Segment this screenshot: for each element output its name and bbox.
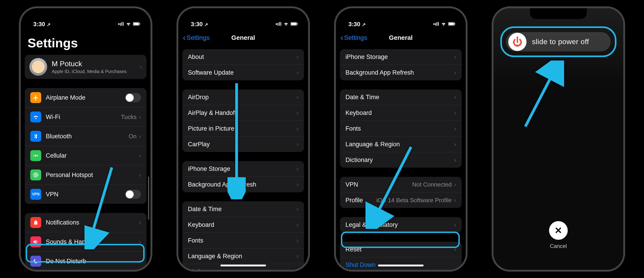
home-indicator[interactable]: [220, 265, 266, 267]
chevron-right-icon: ›: [296, 253, 298, 260]
chevron-right-icon: ›: [139, 219, 141, 226]
chevron-right-icon: ›: [296, 53, 298, 60]
settings-row[interactable]: iPhone Storage›: [340, 49, 462, 65]
settings-row[interactable]: ProfileiOS 14 Beta Software Profile›: [340, 193, 462, 208]
toggle-switch[interactable]: [125, 190, 141, 199]
settings-row[interactable]: BluetoothOn›: [25, 127, 146, 146]
settings-row[interactable]: Sounds & Haptics›: [25, 232, 146, 252]
phone-frame-3: 3:30 ↗ •ıll ‹ Settings General iPhone St…: [334, 6, 468, 272]
row-label: Fonts: [188, 237, 296, 244]
settings-row[interactable]: Personal Hotspot›: [25, 165, 146, 185]
chevron-right-icon: ›: [454, 69, 456, 76]
settings-row[interactable]: Keyboard›: [340, 105, 462, 121]
nav-title: General: [231, 34, 255, 41]
settings-row[interactable]: Fonts›: [340, 121, 462, 136]
chevron-right-icon: ›: [454, 181, 456, 188]
settings-row[interactable]: Keyboard›: [182, 217, 304, 233]
chevron-right-icon: ›: [454, 109, 456, 116]
phone-frame-1: 3:30 ↗ •ıll Settings M Potuck Apple ID, …: [19, 6, 152, 272]
settings-row[interactable]: Software Update›: [182, 65, 304, 80]
row-icon: [30, 170, 41, 180]
row-label: About: [188, 53, 296, 60]
settings-row[interactable]: Language & Region›: [340, 136, 462, 152]
slider-knob[interactable]: ⏻: [508, 33, 526, 51]
scroll-indicator[interactable]: [148, 177, 149, 220]
settings-row[interactable]: Dictionary›: [340, 152, 462, 168]
row-label: Airplane Mode: [46, 94, 125, 101]
settings-group: Date & Time›Keyboard›Fonts›Language & Re…: [182, 201, 304, 270]
nav-bar: ‹ Settings General: [178, 31, 308, 45]
settings-row[interactable]: Notifications›: [25, 213, 146, 232]
chevron-right-icon: ›: [139, 133, 141, 140]
settings-row[interactable]: About›: [182, 49, 304, 65]
settings-row[interactable]: Picture in Picture›: [182, 121, 304, 136]
settings-row[interactable]: Fonts›: [182, 233, 304, 249]
chevron-right-icon: ›: [296, 181, 298, 188]
home-indicator[interactable]: [378, 265, 424, 267]
row-label: Cellular: [46, 152, 139, 159]
row-label: CarPlay: [188, 141, 296, 148]
settings-row[interactable]: Legal & Regulatory›: [340, 217, 462, 233]
settings-row[interactable]: AirDrop›: [182, 89, 304, 105]
back-chevron-icon[interactable]: ‹: [183, 33, 186, 42]
shut-down-button[interactable]: Shut Down: [340, 257, 462, 270]
chevron-right-icon: ›: [454, 125, 456, 132]
settings-row[interactable]: Cellular›: [25, 146, 146, 165]
row-icon: [30, 256, 41, 267]
row-label: Wi-Fi: [46, 113, 121, 121]
row-value: Not Connected: [412, 181, 452, 188]
settings-row[interactable]: VPNVPN: [25, 185, 146, 204]
settings-row[interactable]: Background App Refresh›: [340, 65, 462, 80]
settings-row[interactable]: Background App Refresh›: [182, 177, 304, 192]
back-button[interactable]: Settings: [344, 34, 367, 41]
settings-row[interactable]: Wi-FiTucks›: [25, 107, 146, 127]
row-label: Picture in Picture: [188, 125, 296, 132]
svg-rect-17: [448, 23, 454, 25]
settings-row[interactable]: CarPlay›: [182, 136, 304, 152]
settings-row[interactable]: Do Not Disturb›: [25, 252, 146, 270]
chevron-right-icon: ›: [454, 156, 456, 164]
chevron-right-icon: ›: [296, 165, 298, 172]
back-button[interactable]: Settings: [186, 34, 210, 41]
back-chevron-icon[interactable]: ‹: [340, 33, 343, 42]
settings-row[interactable]: Date & Time›: [340, 89, 462, 105]
settings-row[interactable]: iPhone Storage›: [182, 161, 304, 177]
power-off-screen: ⏻ slide to power off ✕ Cancel: [494, 8, 623, 270]
row-value: iOS 14 Beta Software Profile: [376, 197, 452, 204]
chevron-right-icon: ›: [454, 197, 456, 204]
row-label: Profile: [346, 197, 376, 204]
chevron-right-icon: ›: [296, 141, 298, 148]
battery-icon: [290, 21, 298, 27]
settings-row[interactable]: VPNNot Connected›: [340, 177, 462, 193]
settings-row[interactable]: AirPlay & Handoff›: [182, 105, 304, 121]
chevron-right-icon: ›: [139, 258, 141, 265]
chevron-right-icon: ›: [296, 237, 298, 244]
notch: [372, 8, 429, 19]
settings-row[interactable]: Reset›: [340, 242, 462, 257]
status-indicators: •ıll: [276, 21, 298, 27]
cancel-button[interactable]: ✕: [549, 221, 568, 240]
settings-row[interactable]: Airplane Mode: [25, 88, 146, 107]
settings-row[interactable]: Language & Region›: [182, 249, 304, 264]
power-off-slider[interactable]: ⏻ slide to power off: [506, 32, 611, 51]
row-label: Background App Refresh: [346, 69, 454, 76]
page-title: Settings: [21, 31, 150, 55]
svg-rect-18: [454, 23, 455, 24]
row-label: Date & Time: [346, 94, 454, 101]
notch: [215, 8, 272, 19]
row-label: Reset: [346, 246, 454, 253]
status-indicators: •ıll: [118, 21, 140, 27]
svg-rect-12: [291, 23, 296, 25]
avatar: [30, 58, 47, 76]
nav-bar: ‹ Settings General: [336, 31, 466, 45]
apple-id-row[interactable]: M Potuck Apple ID, iCloud, Media & Purch…: [25, 55, 146, 79]
screen: 3:30 ↗ •ıll ‹ Settings General About›Sof…: [178, 8, 308, 270]
settings-row[interactable]: Date & Time›: [182, 201, 304, 217]
row-icon: [30, 92, 41, 103]
status-time: 3:30 ↗: [191, 21, 208, 28]
row-icon: VPN: [30, 189, 41, 200]
chevron-right-icon: ›: [454, 141, 456, 148]
row-label: AirDrop: [188, 94, 296, 101]
row-label: Legal & Regulatory: [346, 221, 454, 228]
toggle-switch[interactable]: [125, 93, 141, 102]
